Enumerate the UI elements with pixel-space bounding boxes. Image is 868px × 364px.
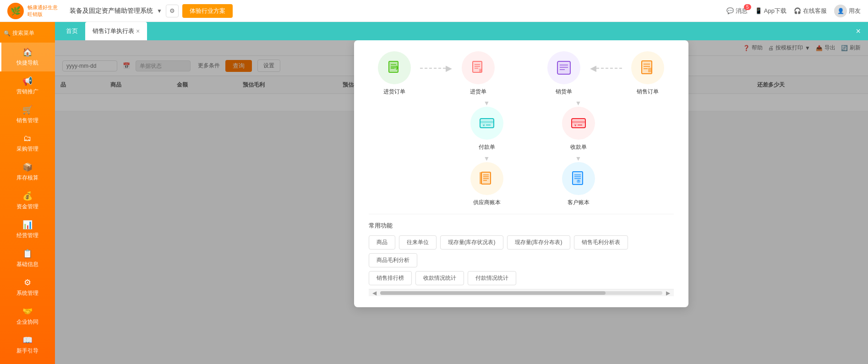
arrow-1 bbox=[420, 68, 446, 69]
svg-rect-22 bbox=[648, 68, 652, 72]
sidebar-item-sales[interactable]: 🛒 销售管理 bbox=[0, 100, 55, 129]
sidebar-item-marketing[interactable]: 📢 营销推广 bbox=[0, 71, 55, 100]
purchase-bill-circle[interactable]: ✓ bbox=[462, 51, 495, 84]
system-title: 装备及固定资产辅助管理系统 bbox=[70, 7, 153, 15]
top-header: 🌿 畅康通好生意 旺销版 装备及固定资产辅助管理系统 ▼ ⚙ 体验行业方案 💬 … bbox=[0, 0, 868, 22]
enterprise-icon: 🤝 bbox=[22, 306, 33, 316]
sidebar-item-quick-nav[interactable]: 🏠 快捷导航 bbox=[0, 43, 55, 71]
sidebar-item-system[interactable]: ⚙ 系统管理 bbox=[0, 273, 55, 302]
app-download-button[interactable]: 📱 App下载 bbox=[755, 7, 786, 15]
func-btn-payment-stats[interactable]: 付款情况统计 bbox=[468, 271, 516, 285]
popup-body: 进货订单 ▶ bbox=[354, 40, 688, 307]
func-btns-row1: 商品 往来单位 现存量(库存状况表) 现存量(库存分布表) 销售毛利分析表 商品… bbox=[369, 235, 674, 267]
flow-node-purchase-order: 进货订单 bbox=[369, 51, 420, 96]
func-btn-stock-status[interactable]: 现存量(库存状况表) bbox=[440, 235, 503, 250]
tab-bar-close-button[interactable]: × bbox=[852, 27, 864, 36]
logo-area: 🌿 畅康通好生意 旺销版 bbox=[7, 3, 62, 19]
user-area[interactable]: 👤 用友 bbox=[834, 5, 861, 17]
svg-rect-33 bbox=[481, 172, 491, 184]
system-icon: ⚙ bbox=[24, 277, 31, 288]
customer-account-circle[interactable] bbox=[562, 162, 595, 195]
func-btn-receipt-stats[interactable]: 收款情况统计 bbox=[415, 271, 464, 285]
func-btn-counterparty[interactable]: 往来单位 bbox=[399, 235, 437, 250]
arrow-down-row: ▼ ▼ bbox=[369, 99, 674, 107]
sales-bill-circle[interactable] bbox=[547, 51, 580, 84]
arrow-down-payment: ▼ bbox=[459, 155, 514, 162]
tab-sales-order[interactable]: 销售订单执行表 × bbox=[85, 22, 147, 40]
marketing-icon: 📢 bbox=[22, 76, 33, 86]
logo-text: 畅康通好生意 旺销版 bbox=[27, 4, 58, 17]
common-functions: 常用功能 商品 往来单位 现存量(库存状况表) 现存量(库存分布表) 销售毛利分… bbox=[369, 214, 674, 285]
common-functions-title: 常用功能 bbox=[369, 222, 674, 230]
scroll-right-arrow[interactable]: ▶ bbox=[666, 290, 670, 296]
payment-circle[interactable]: ¥ bbox=[470, 107, 503, 140]
purchase-order-circle[interactable] bbox=[378, 51, 411, 84]
arrow-right-1: ▶ bbox=[446, 63, 452, 84]
tab-bar: 首页 销售订单执行表 × × bbox=[55, 22, 868, 40]
svg-rect-39 bbox=[480, 172, 481, 184]
page-content: ❓ 帮助 🖨 按模板打印 ▼ 📤 导出 🔄 刷新 bbox=[55, 40, 868, 364]
tab-close-icon[interactable]: × bbox=[136, 27, 140, 35]
flow-node-payment: ¥ 付款单 bbox=[459, 107, 514, 151]
svg-rect-25 bbox=[480, 121, 494, 123]
receipt-circle[interactable]: ¥ bbox=[562, 107, 595, 140]
system-dropdown-icon[interactable]: ▼ bbox=[157, 8, 162, 14]
flow-row-2: ¥ 付款单 bbox=[369, 107, 674, 151]
svg-rect-30 bbox=[572, 121, 585, 123]
func-btn-sales-ranking[interactable]: 销售排行榜 bbox=[369, 271, 412, 285]
sidebar-item-operation[interactable]: 📊 经营管理 bbox=[0, 215, 55, 244]
svg-text:¥: ¥ bbox=[574, 123, 577, 127]
tab-home[interactable]: 首页 bbox=[59, 22, 85, 40]
popup-card: 进货订单 ▶ bbox=[354, 40, 688, 307]
main-layout: 🔍 搜索菜单 🏠 快捷导航 📢 营销推广 🛒 销售管理 🗂 采购管理 📦 库存核… bbox=[0, 22, 868, 364]
sales-order-circle[interactable] bbox=[631, 51, 664, 84]
header-right: 💬 消息 5 📱 App下载 🎧 在线客服 👤 用友 bbox=[726, 5, 861, 17]
logo-icon: 🌿 bbox=[7, 3, 24, 19]
supplier-account-circle[interactable] bbox=[470, 162, 503, 195]
flow-row-3: 供应商账本 bbox=[369, 162, 674, 206]
arrow-left-1: ▶ bbox=[590, 63, 596, 84]
flow-row-1: 进货订单 ▶ bbox=[369, 51, 674, 96]
sidebar-item-purchase[interactable]: 🗂 采购管理 bbox=[0, 129, 55, 158]
search-icon: 🔍 bbox=[4, 30, 11, 37]
arrow-down-receipt: ▼ bbox=[551, 155, 606, 162]
scroll-track[interactable] bbox=[380, 291, 662, 295]
message-button[interactable]: 💬 消息 5 bbox=[726, 7, 748, 15]
active-indicator bbox=[0, 43, 1, 71]
system-title-area: 装备及固定资产辅助管理系统 ▼ ⚙ 体验行业方案 bbox=[62, 4, 726, 18]
sidebar-item-finance[interactable]: 💰 资金管理 bbox=[0, 186, 55, 215]
finance-icon: 💰 bbox=[22, 191, 33, 201]
inventory-icon: 📦 bbox=[22, 162, 33, 172]
settings-button[interactable]: ⚙ bbox=[166, 5, 179, 17]
flow-node-supplier-account: 供应商账本 bbox=[459, 162, 514, 206]
sidebar-item-basic-info[interactable]: 📋 基础信息 bbox=[0, 244, 55, 273]
arrow-2 bbox=[596, 68, 622, 69]
scroll-thumb[interactable] bbox=[380, 291, 606, 295]
experience-button[interactable]: 体验行业方案 bbox=[182, 4, 233, 18]
content-area: 首页 销售订单执行表 × × ❓ 帮助 🖨 按模板打印 bbox=[55, 22, 868, 364]
scroll-left-arrow[interactable]: ◀ bbox=[372, 290, 377, 296]
func-btn-goods[interactable]: 商品 bbox=[369, 235, 395, 250]
func-btn-stock-dist[interactable]: 现存量(库存分布表) bbox=[507, 235, 570, 250]
func-btn-sales-profit[interactable]: 销售毛利分析表 bbox=[574, 235, 628, 250]
purchase-icon: 🗂 bbox=[23, 134, 32, 143]
svg-text:¥: ¥ bbox=[482, 123, 485, 127]
sidebar-item-inventory[interactable]: 📦 库存核算 bbox=[0, 158, 55, 186]
arrow-down-sales: ▼ bbox=[551, 99, 606, 107]
scroll-bar-area: ◀ ▶ bbox=[369, 289, 674, 296]
flow-node-customer-account: 客户账本 bbox=[551, 162, 606, 206]
operation-icon: 📊 bbox=[22, 220, 33, 230]
sidebar-search[interactable]: 🔍 搜索菜单 bbox=[0, 26, 55, 41]
svg-rect-12 bbox=[557, 61, 570, 74]
svg-text:✓: ✓ bbox=[480, 69, 482, 72]
guide-icon: 📖 bbox=[22, 335, 33, 345]
sidebar-item-enterprise[interactable]: 🤝 企业协同 bbox=[0, 302, 55, 331]
sidebar-item-guide[interactable]: 📖 新手引导 bbox=[0, 331, 55, 359]
basic-info-icon: 📋 bbox=[22, 249, 33, 259]
popup-overlay: 进货订单 ▶ bbox=[55, 40, 868, 364]
arrow-down-row-2: ▼ ▼ bbox=[369, 155, 674, 162]
func-btn-goods-profit[interactable]: 商品毛利分析 bbox=[369, 253, 417, 267]
flow-node-sales-order: 销售订单 bbox=[622, 51, 674, 96]
online-service-button[interactable]: 🎧 在线客服 bbox=[794, 7, 827, 15]
avatar: 👤 bbox=[834, 5, 847, 17]
